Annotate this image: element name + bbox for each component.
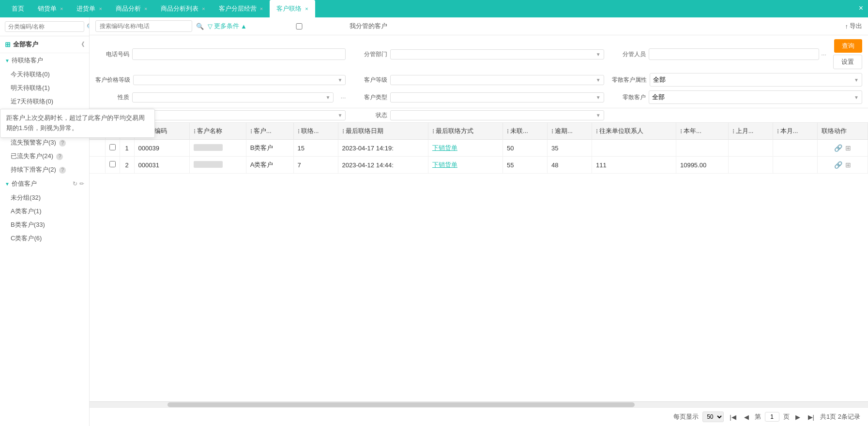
sidebar-item-c-class[interactable]: C类客户(6): [0, 232, 89, 245]
search-button[interactable]: 🔍: [196, 23, 204, 30]
row2-unit-contact: 111: [592, 157, 676, 174]
setting-button[interactable]: 设置: [833, 55, 862, 69]
row2-select-checkbox[interactable]: [109, 161, 116, 167]
row1-code: 000039: [134, 140, 190, 157]
search-input[interactable]: [95, 20, 192, 32]
phone-input[interactable]: [132, 48, 346, 60]
filter-row-3: 性质 ▼ ··· 客户类型 ▼ 零散客户: [95, 90, 862, 104]
page-first-btn[interactable]: |◀: [728, 413, 738, 421]
sidebar-search-input[interactable]: [5, 21, 84, 32]
sidebar-item-a-class[interactable]: A类客户(1): [0, 205, 89, 218]
filter-icon: ▽: [208, 23, 213, 30]
sidebar-item-today[interactable]: 今天待联络(0): [0, 68, 89, 81]
page-next-btn[interactable]: ▶: [793, 413, 802, 421]
row1-last-month: [728, 140, 773, 157]
top-nav: 首页 销货单 × 进货单 × 商品分析 × 商品分析列表 × 客户分层经营 × …: [0, 0, 868, 17]
export-btn[interactable]: ↑ 导出: [845, 22, 863, 30]
close-customer-tier-tab[interactable]: ×: [260, 0, 263, 17]
my-customers-filter[interactable]: 我分管的客户: [251, 22, 387, 30]
nav-customer-tier[interactable]: 客户分层经营 ×: [212, 0, 270, 17]
filter-phone: 电话号码: [95, 39, 346, 69]
row2-last-contact-method[interactable]: 下销货单: [428, 157, 503, 174]
page-prev-btn[interactable]: ◀: [742, 413, 751, 421]
page-input[interactable]: [765, 412, 779, 422]
close-analysis-list-tab[interactable]: ×: [202, 0, 205, 17]
row2-level: A类客户: [246, 157, 293, 174]
retail-attr-select[interactable]: 全部 ▼: [650, 73, 862, 87]
row1-contacts: 15: [293, 140, 338, 157]
filter-customer-level: 客户等级 ▼: [353, 73, 604, 87]
close-customer-contact-tab[interactable]: ×: [305, 0, 308, 17]
more-conditions-btn[interactable]: ▽ 更多条件 ▲: [208, 22, 247, 30]
row2-contacts: 7: [293, 157, 338, 174]
sidebar-item-churn-warning[interactable]: 流失预警客户(3) ?: [0, 136, 89, 149]
row2-link-action-icon[interactable]: 🔗: [834, 161, 842, 169]
th-this-year: ⁝ 本年...: [676, 123, 728, 140]
th-unpaid: ⁝ 未联...: [503, 123, 548, 140]
pagination-bar: 每页显示 50 |◀ ◀ 第 页 ▶ ▶| 共1页 2条记录: [90, 407, 868, 426]
row3-ellipsis[interactable]: ···: [340, 94, 346, 101]
nav-home[interactable]: 首页: [5, 0, 31, 17]
row1-unpaid: 50: [503, 140, 548, 157]
row1-last-contact-method[interactable]: 下销货单: [428, 140, 503, 157]
value-customer-section: ▼ 价值客户 ↻ ✏: [0, 176, 89, 191]
sidebar-item-declining[interactable]: 持续下滑客户(2) ?: [0, 163, 89, 176]
manager-input[interactable]: [649, 48, 819, 60]
extended-filter: 电话号码 分管部门 ▼ 分管人员 ···: [90, 35, 868, 108]
row1-select-checkbox[interactable]: [109, 144, 116, 150]
payment-terms-select[interactable]: ▼: [132, 110, 346, 120]
sidebar-item-ungroup[interactable]: 未分组(32): [0, 191, 89, 205]
sidebar-search-area: 🔍: [0, 17, 89, 36]
row1-overdue: 35: [548, 140, 592, 157]
row2-grid-action-icon[interactable]: ⊞: [845, 161, 851, 169]
retail-customer-select[interactable]: 全部 ▼: [649, 90, 862, 104]
nav-customer-contact[interactable]: 客户联络 ×: [270, 0, 315, 17]
nav-purchase[interactable]: 进货单 ×: [70, 0, 108, 17]
value-customer-refresh-icon[interactable]: ↻: [73, 180, 77, 187]
close-window-btn[interactable]: ×: [859, 4, 863, 13]
nav-analysis-list[interactable]: 商品分析列表 ×: [154, 0, 212, 17]
filter-bar: 🔍 ▽ 更多条件 ▲ 我分管的客户 ↑ 导出: [90, 17, 868, 35]
row1-gear: [90, 140, 105, 157]
close-sales-tab[interactable]: ×: [60, 0, 63, 17]
close-purchase-tab[interactable]: ×: [99, 0, 102, 17]
gender-select[interactable]: ▼: [132, 92, 334, 103]
scroll-thumb[interactable]: [168, 402, 635, 407]
dept-select[interactable]: ▼: [390, 49, 604, 59]
row1-grid-action-icon[interactable]: ⊞: [845, 144, 851, 152]
table-row: 1 000039 B类客户 15 2023-04-17 14:19: 下销货单 …: [90, 140, 868, 157]
sidebar-pending-contact-title[interactable]: ▼ 待联络客户: [0, 53, 89, 68]
sidebar-item-tomorrow[interactable]: 明天待联络(1): [0, 81, 89, 95]
row1-link-action-icon[interactable]: 🔗: [834, 144, 842, 152]
page-last-btn[interactable]: ▶|: [806, 413, 816, 421]
export-icon: ↑: [845, 23, 849, 30]
price-level-select[interactable]: ▼: [133, 75, 346, 85]
horizontal-scrollbar[interactable]: [90, 401, 868, 407]
close-analysis-tab[interactable]: ×: [144, 0, 147, 17]
customer-table-container: ⚙ ⁝ 客户编码: [90, 123, 868, 401]
th-contacts: ⁝ 联络...: [293, 123, 338, 140]
sidebar-collapse-btn[interactable]: 《: [78, 41, 84, 49]
query-button[interactable]: 查询: [834, 39, 862, 53]
filter-row-2: 客户价格等级 ▼ 客户等级 ▼ 零散客户属性 全部: [95, 73, 862, 87]
retail-attr-caret-icon: ▼: [854, 77, 859, 83]
th-overdue: ⁝ 逾期...: [548, 123, 592, 140]
per-page-select[interactable]: 50: [702, 411, 724, 422]
row1-checkbox: [105, 140, 120, 157]
value-customer-label: 价值客户: [12, 179, 37, 188]
sidebar-item-7days[interactable]: 近7天待联络(0): [0, 95, 89, 108]
customer-type-select[interactable]: ▼: [390, 92, 604, 103]
nav-sales[interactable]: 销货单 ×: [31, 0, 70, 17]
filter-status: 状态 ▼: [353, 110, 604, 120]
nav-analysis[interactable]: 商品分析 ×: [109, 0, 154, 17]
sidebar-item-churned[interactable]: 已流失客户(24) ?: [0, 149, 89, 163]
filter-manager: 分管人员 ··· 查询 设置: [612, 39, 862, 69]
value-customer-edit-icon[interactable]: ✏: [79, 180, 84, 187]
customer-level-select[interactable]: ▼: [390, 75, 604, 85]
row2-unpaid: 55: [503, 157, 548, 174]
my-customers-checkbox[interactable]: [251, 23, 348, 29]
status-select[interactable]: ▼: [390, 110, 604, 120]
filter-gender: 性质 ▼ ···: [95, 90, 346, 104]
sidebar-item-b-class[interactable]: B类客户(33): [0, 218, 89, 232]
manager-ellipsis-icon[interactable]: ···: [821, 51, 826, 58]
